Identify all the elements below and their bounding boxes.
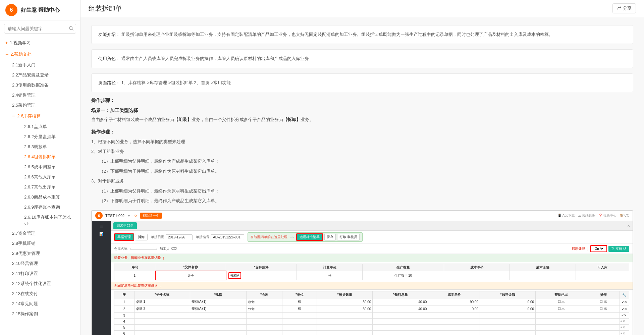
sidebar-item-n24[interactable]: 2.4销售管理 [7, 90, 80, 100]
role-text: 通常由生产人员或库管人员完成拆装业务的操作，库管人员确认原材料的出库和产成品的入… [121, 56, 309, 61]
nav-group-1: + 1.视频学习 − 2.帮助文档 2.1新手入门 2.2产品安装及登录 2.3… [0, 37, 80, 319]
sidebar-item-n2610[interactable]: 2.6.10库存账本错了怎么办 [19, 212, 80, 228]
mock-type-tabs: 单据管理 拆卸 [114, 233, 148, 241]
path-text: 1、库存核算->库存管理->组装拆卸单 2、首页->常用功能 [121, 80, 231, 85]
annotation-notice1: 有装配清单的在这里处理 [251, 235, 287, 239]
mock-dropdown-arrow: ▼ [127, 214, 130, 218]
sidebar-item-n212[interactable]: 2.12系统个性化设置 [7, 279, 80, 289]
mock-id-label: 单据编号 [196, 235, 209, 239]
sidebar-header: 6 好生意 帮助中心 [0, 0, 80, 20]
mock-enable-select[interactable]: On Off [593, 246, 604, 251]
ltd-2-5: 根 [282, 305, 317, 313]
mock-lower-table-head: 序 *子件名称 *规格 *仓库 *单位 *每父数量 *领料总量 成本单价 [114, 291, 629, 298]
sidebar-item-n22[interactable]: 2.2产品安装及登录 [7, 70, 80, 80]
mock-top-icons: 📱 App下载 ☁ 云端数据 ❓ 帮助中心 🐮 CC [557, 213, 629, 218]
ltd-3-8 [428, 313, 480, 319]
ltd-3-3 [190, 313, 247, 319]
ltd-4-actions: ✓✕ [620, 319, 629, 325]
sidebar-item-n27[interactable]: 2.7资金管理 [7, 228, 80, 238]
sidebar-item-n25[interactable]: 2.5采购管理 [7, 100, 80, 110]
mock-upper-table-wrap: 序号 *父件名称 *父件规格 计量单位 生产数量 成本单价 成本金额 可入库 [111, 262, 633, 282]
td-total-val [510, 271, 576, 280]
mock-select-standard-btn[interactable]: 选用标准清单 [297, 234, 322, 240]
page-title: 组装拆卸单 [89, 4, 122, 13]
sidebar-item-n211[interactable]: 2.11打印设置 [7, 269, 80, 279]
ltd-6-1: 6 [114, 331, 135, 335]
nav-label-help-docs: 2.帮助文档 [10, 51, 32, 57]
mock-right-content: 组装拆卸单 ✕ 单据管理 拆卸 [111, 221, 633, 335]
ltd-3-actions: ✓✕ [620, 313, 629, 319]
role-block: 使用角色： 通常由生产人员或库管人员完成拆装业务的操作，库管人员确认原材料的出库… [91, 49, 633, 68]
logo-icon: 6 [5, 4, 17, 16]
lth-9: *领料金额 [480, 291, 536, 298]
search-button[interactable] [69, 26, 73, 32]
ltd-5-2 [134, 325, 190, 331]
ltd-4-10 [536, 319, 587, 325]
sidebar-item-n23[interactable]: 2.3使用前数据准备 [7, 80, 80, 90]
ltd-2-9: 0.00 [480, 305, 536, 313]
ltd-2-6: 30.00 [317, 305, 373, 313]
mock-print-btn[interactable]: 打印 审核员 [337, 234, 360, 240]
sidebar-item-n210[interactable]: 2.10经营管理 [7, 259, 80, 269]
ltd-6-8 [428, 331, 480, 335]
arrow-right: → [289, 234, 295, 241]
path-label: 页面路径： [98, 80, 120, 85]
sidebar-item-n265[interactable]: 2.6.5成本调整单 [19, 162, 80, 172]
search-input-wrap [4, 24, 76, 34]
ltd-4-8 [428, 319, 480, 325]
ltd-6-9 [480, 331, 536, 335]
ltd-3-7 [373, 313, 428, 319]
th-count: 生产数量 [363, 264, 444, 271]
sidebar-item-n28[interactable]: 2.8手机旺铺 [7, 238, 80, 248]
mock-date-field: 单据日期 2019-12-26 [151, 234, 193, 240]
mock-left-nav: ☰ 📊 [92, 221, 111, 335]
mock-save-btn[interactable]: 保存 [324, 234, 336, 240]
sidebar-item-n29[interactable]: 2.9优惠券管理 [7, 248, 80, 259]
ltd-4-4 [247, 319, 282, 325]
mock-date-input: 2019-12-26 [166, 234, 193, 240]
td-1: 1 [114, 271, 155, 280]
mock-enable-area: 启用处理 ↓ On Off 立 实确 认 [572, 245, 629, 252]
mock-tab-assembly: 组装拆卸单 [113, 222, 137, 229]
sidebar-item-n264[interactable]: 2.6.4组装拆卸单 [19, 152, 80, 162]
nav-item-help-docs[interactable]: − 2.帮助文档 [0, 49, 80, 60]
annotation-notice3: 启用处理 [572, 246, 585, 251]
sidebar-item-n261[interactable]: 2.6.1盘点单 [19, 122, 80, 132]
mock-store-input [130, 248, 157, 250]
mock-topbar: 6 TEST-H002 ▼ ⟳ 拟新建一个 📱 App下载 ☁ 云端数据 ❓ 帮… [92, 211, 633, 221]
sidebar-item-n26[interactable]: − 2.6库存核算 [7, 110, 80, 122]
td-cost-val [444, 271, 509, 280]
sidebar-item-n213[interactable]: 2.13在线支付 [7, 289, 80, 299]
collapse-icon-n26: − [12, 113, 15, 119]
td-unit: 张 [297, 271, 362, 280]
share-button[interactable]: 分享 [612, 3, 636, 13]
sidebar-item-n262[interactable]: 2.6.2分量盘点单 [19, 132, 80, 142]
intro-label: 功能介绍： [98, 32, 120, 37]
svg-line-1 [72, 29, 73, 31]
sidebar: 6 好生意 帮助中心 + 1.视频学习 − 2.帮助文档 2.1新手入门 2.2… [0, 0, 80, 335]
mock-upper-table-head: 序号 *父件名称 *父件规格 计量单位 生产数量 成本单价 成本金额 可入库 [114, 264, 629, 271]
ltd-1-actions: ✓✕ [620, 298, 629, 305]
ltd-1-11: ☐ 出 [587, 298, 620, 305]
ltd-6-4 [247, 331, 282, 335]
ltd-2-11: ☐ 出 [587, 305, 620, 313]
expand-icon: + [5, 41, 8, 45]
table-row-4: 4 [114, 319, 629, 325]
ltd-3-1: 3 [114, 313, 135, 319]
nav-item-videos[interactable]: + 1.视频学习 [0, 37, 80, 49]
mock-confirm-btn[interactable]: 立 实确 认 [608, 246, 629, 252]
lth-11: 操作 [587, 291, 620, 298]
ops-steps-title: 操作步骤： [91, 129, 633, 135]
sidebar-item-n268[interactable]: 2.6.8商品成本重算 [19, 192, 80, 202]
sidebar-item-n269[interactable]: 2.6.9库存账本查询 [19, 202, 80, 212]
sidebar-item-n266[interactable]: 2.6.6其他入库单 [19, 172, 80, 182]
search-input[interactable] [4, 24, 76, 34]
mock-btn-new-orange: 拟新建一个 [140, 213, 162, 219]
ltd-4-1: 4 [114, 319, 135, 325]
sidebar-item-n214[interactable]: 2.14常见问题 [7, 299, 80, 309]
sidebar-item-n215[interactable]: 2.15操作案例 [7, 309, 80, 319]
sidebar-item-n267[interactable]: 2.6.7其他出库单 [19, 182, 80, 192]
sidebar-item-n263[interactable]: 2.6.3调拨单 [19, 142, 80, 152]
mock-tabbar: 组装拆卸单 ✕ [111, 221, 633, 231]
sidebar-item-n21[interactable]: 2.1新手入门 [7, 60, 80, 70]
